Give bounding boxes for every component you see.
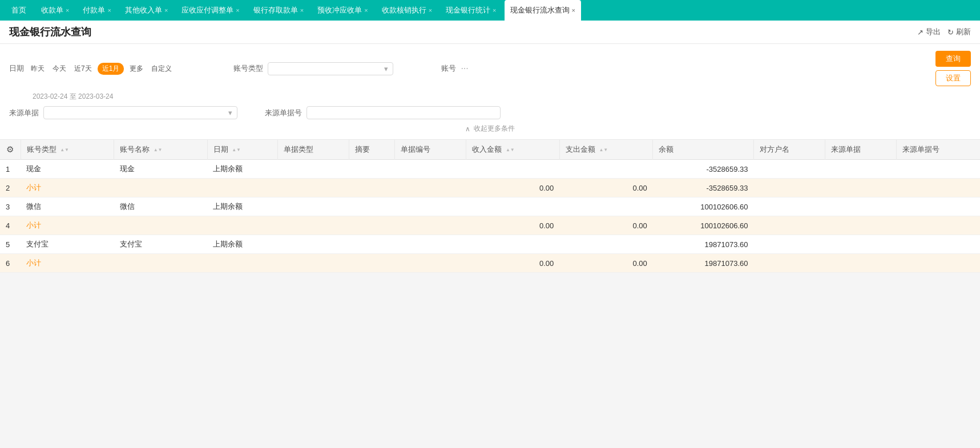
- source-doc-no-label: 来源单据号: [265, 108, 302, 118]
- row-index: 4: [0, 216, 21, 235]
- nav-tab-8[interactable]: 现金银行流水查询 ×: [505, 0, 581, 21]
- table-row: 2小计0.000.00-3528659.33: [0, 179, 980, 197]
- row-index: 2: [0, 179, 21, 197]
- row-counterpart: [753, 254, 825, 273]
- row-source-doc: [825, 160, 896, 179]
- query-button[interactable]: 查询: [935, 51, 971, 67]
- row-expense: [559, 197, 653, 216]
- nav-tab-4[interactable]: 银行存取款单 ×: [248, 0, 309, 21]
- row-summary: [349, 254, 394, 273]
- col-date[interactable]: 日期 ▲▼: [207, 140, 277, 160]
- settings-button[interactable]: 设置: [935, 70, 971, 86]
- nav-home[interactable]: 首页: [5, 5, 33, 15]
- row-summary: [349, 160, 394, 179]
- table-row: 6小计0.000.0019871073.60: [0, 254, 980, 273]
- source-doc-label: 来源单据: [9, 108, 39, 118]
- row-balance: -3528659.33: [653, 160, 754, 179]
- close-tab-5-icon[interactable]: ×: [364, 7, 368, 14]
- close-tab-3-icon[interactable]: ×: [236, 7, 239, 14]
- row-source-doc-no: [897, 216, 981, 235]
- right-buttons: 查询 设置: [935, 51, 971, 86]
- account-type-select[interactable]: ▾: [268, 62, 393, 75]
- row-account-name: [114, 179, 208, 197]
- export-icon: ↗: [917, 28, 923, 37]
- date-7days[interactable]: 近7天: [72, 63, 94, 74]
- nav-tab-0[interactable]: 收款单 ×: [35, 0, 75, 21]
- col-doc-type: 单据类型: [277, 140, 349, 160]
- source-doc-no-input[interactable]: [306, 106, 501, 119]
- row-income: 0.00: [466, 216, 560, 235]
- row-counterpart: [753, 179, 825, 197]
- row-income: 0.00: [466, 179, 560, 197]
- date-shortcuts: 昨天 今天 近7天 近1月 更多 自定义: [29, 63, 174, 75]
- date-yesterday[interactable]: 昨天: [29, 63, 47, 74]
- close-tab-1-icon[interactable]: ×: [107, 7, 111, 14]
- nav-tab-6[interactable]: 收款核销执行 ×: [376, 0, 438, 21]
- row-doc-type: [277, 179, 349, 197]
- close-tab-7-icon[interactable]: ×: [493, 7, 496, 14]
- row-expense: 0.00: [559, 179, 653, 197]
- account-type-filter-group: 账号类型 ▾: [233, 62, 393, 75]
- table-row: 4小计0.000.00100102606.60: [0, 216, 980, 235]
- col-expense[interactable]: 支出金额 ▲▼: [559, 140, 653, 160]
- close-tab-0-icon[interactable]: ×: [66, 7, 69, 14]
- table-settings-icon[interactable]: ⚙: [6, 144, 14, 154]
- nav-tab-5[interactable]: 预收冲应收单 ×: [312, 0, 373, 21]
- nav-tab-1[interactable]: 付款单 ×: [77, 0, 116, 21]
- row-account-type: 现金: [21, 160, 114, 179]
- row-source-doc-no: [897, 160, 981, 179]
- account-dots[interactable]: ···: [461, 63, 468, 74]
- row-balance: 19871073.60: [653, 254, 754, 273]
- page-title: 现金银行流水查询: [9, 25, 91, 39]
- col-source-doc-no: 来源单据号: [897, 140, 981, 160]
- date-custom[interactable]: 自定义: [149, 63, 174, 74]
- row-index: 6: [0, 254, 21, 273]
- row-account-name: 微信: [114, 197, 208, 216]
- date-range-display: 2023-02-24 至 2023-03-24: [30, 92, 113, 102]
- date-more[interactable]: 更多: [127, 63, 146, 74]
- col-account-type[interactable]: 账号类型 ▲▼: [21, 140, 114, 160]
- table-row: 1现金现金上期余额-3528659.33: [0, 160, 980, 179]
- collapse-icon: ∧: [465, 125, 470, 133]
- close-tab-6-icon[interactable]: ×: [429, 7, 432, 14]
- date-today[interactable]: 今天: [50, 63, 68, 74]
- row-account-type: 小计: [21, 254, 114, 273]
- date-1month[interactable]: 近1月: [98, 63, 124, 75]
- row-source-doc: [825, 197, 896, 216]
- nav-tab-2[interactable]: 其他收入单 ×: [119, 0, 174, 21]
- row-balance: 19871073.60: [653, 235, 754, 254]
- row-doc-no: [395, 179, 466, 197]
- row-doc-type: [277, 160, 349, 179]
- close-tab-4-icon[interactable]: ×: [300, 7, 304, 14]
- top-navigation: 首页 收款单 × 付款单 × 其他收入单 × 应收应付调整单 × 银行存取款单 …: [0, 0, 980, 21]
- nav-tab-3[interactable]: 应收应付调整单 ×: [176, 0, 245, 21]
- table-area: ⚙ 账号类型 ▲▼ 账号名称 ▲▼ 日期 ▲▼ 单据类型 摘要 单据编号: [0, 140, 980, 273]
- row-source-doc-no: [897, 179, 981, 197]
- table-row: 3微信微信上期余额100102606.60: [0, 197, 980, 216]
- source-doc-select[interactable]: ▾: [43, 106, 237, 119]
- col-source-doc: 来源单据: [825, 140, 896, 160]
- col-income[interactable]: 收入金额 ▲▼: [466, 140, 560, 160]
- row-source-doc-no: [897, 197, 981, 216]
- col-balance: 余额: [653, 140, 754, 160]
- row-balance: -3528659.33: [653, 179, 754, 197]
- col-account-name[interactable]: 账号名称 ▲▼: [114, 140, 208, 160]
- nav-tab-7[interactable]: 现金银行统计 ×: [440, 0, 502, 21]
- col-counterpart: 对方户名: [753, 140, 825, 160]
- row-source-doc: [825, 179, 896, 197]
- col-doc-no: 单据编号: [395, 140, 466, 160]
- close-tab-2-icon[interactable]: ×: [164, 7, 168, 14]
- export-button[interactable]: ↗ 导出: [917, 27, 941, 37]
- date-filter-group: 日期 昨天 今天 近7天 近1月 更多 自定义: [9, 63, 174, 75]
- refresh-button[interactable]: ↻ 刷新: [947, 27, 971, 37]
- row-account-name: [114, 216, 208, 235]
- header-actions: ↗ 导出 ↻ 刷新: [917, 27, 971, 37]
- close-tab-8-icon[interactable]: ×: [572, 7, 575, 14]
- sort-income-icon: ▲▼: [506, 148, 515, 152]
- row-doc-type: [277, 235, 349, 254]
- collapse-bar[interactable]: ∧ 收起更多条件: [9, 122, 971, 135]
- source-doc-arrow-icon: ▾: [228, 108, 232, 117]
- row-balance: 100102606.60: [653, 197, 754, 216]
- col-settings[interactable]: ⚙: [0, 140, 21, 160]
- row-source-doc-no: [897, 235, 981, 254]
